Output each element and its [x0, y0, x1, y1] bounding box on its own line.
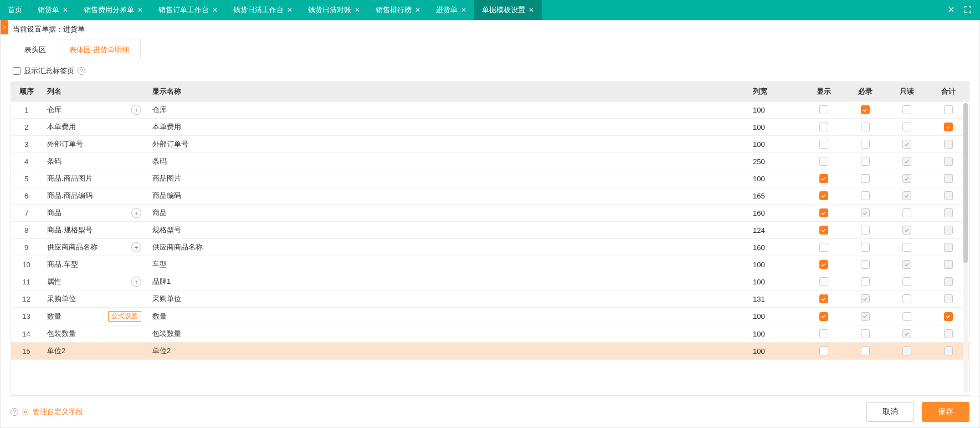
- fullscreen-icon[interactable]: [963, 5, 972, 16]
- close-icon[interactable]: ✕: [461, 6, 466, 14]
- top-tab-label: 钱货日清对账: [308, 5, 351, 15]
- top-tab[interactable]: 单据模板设置✕: [474, 0, 542, 20]
- close-icon[interactable]: ✕: [287, 6, 293, 14]
- close-icon[interactable]: ✕: [415, 6, 420, 14]
- top-tab[interactable]: 进货单✕: [428, 0, 474, 20]
- top-tab[interactable]: 钱货日清对账✕: [300, 0, 368, 20]
- top-right-icons: [939, 0, 980, 20]
- top-tab[interactable]: 首页: [0, 0, 30, 20]
- top-tab-label: 首页: [8, 5, 22, 15]
- close-icon[interactable]: ✕: [355, 6, 360, 14]
- close-icon[interactable]: ✕: [137, 6, 143, 14]
- top-tab-label: 销售费用分摊单: [84, 5, 134, 15]
- close-icon[interactable]: ✕: [529, 6, 534, 14]
- top-tab[interactable]: 销售订单工作台✕: [151, 0, 225, 20]
- top-tab-label: 销售订单工作台: [158, 5, 209, 15]
- close-icon[interactable]: ✕: [212, 6, 218, 14]
- close-icon[interactable]: ✕: [63, 6, 68, 14]
- top-tab[interactable]: 销售排行榜✕: [368, 0, 428, 20]
- top-tab[interactable]: 销售费用分摊单✕: [76, 0, 151, 20]
- top-tab-label: 单据模板设置: [482, 5, 525, 15]
- top-tab-label: 销货单: [38, 5, 59, 15]
- top-tab-bar: 首页销货单✕销售费用分摊单✕销售订单工作台✕钱货日清工作台✕钱货日清对账✕销售排…: [0, 0, 980, 20]
- top-tab-label: 进货单: [436, 5, 458, 15]
- top-tab-label: 钱货日清工作台: [233, 5, 284, 15]
- top-tab[interactable]: 钱货日清工作台✕: [225, 0, 300, 20]
- top-tab-label: 销售排行榜: [376, 5, 412, 15]
- top-tab[interactable]: 销货单✕: [30, 0, 76, 20]
- close-icon[interactable]: [947, 5, 956, 16]
